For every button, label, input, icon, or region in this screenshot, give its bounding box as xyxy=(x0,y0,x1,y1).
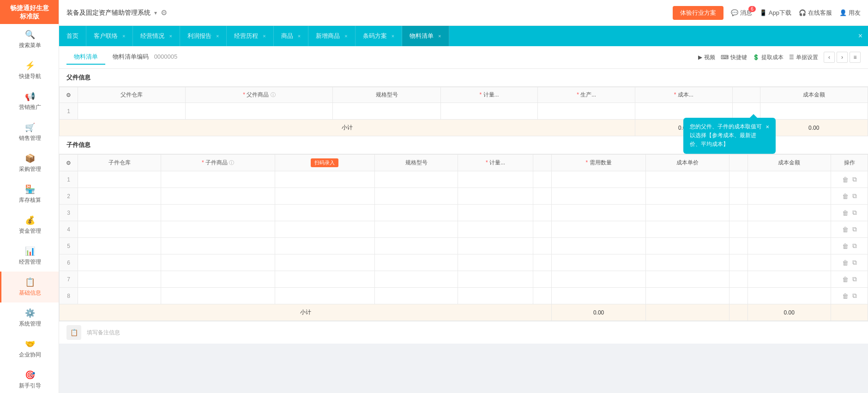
sidebar-item-sales[interactable]: 🛒 销售管理 xyxy=(0,117,59,148)
tab-barcode[interactable]: 条码方案 × xyxy=(356,26,402,46)
copy-icon-6[interactable]: ⧉ xyxy=(852,275,857,283)
delete-icon-2[interactable]: 🗑 xyxy=(842,209,849,217)
child-spec-cell-0[interactable] xyxy=(374,171,458,188)
parent-spec-cell[interactable] xyxy=(333,103,440,120)
scan-button[interactable]: 扫码录入 xyxy=(311,158,338,167)
copy-icon-2[interactable]: ⧉ xyxy=(852,209,857,217)
child-unit-cost-cell-0[interactable] xyxy=(646,171,729,188)
parent-cost-amount-cell[interactable] xyxy=(760,103,868,120)
sidebar-item-search[interactable]: 🔍 搜索菜单 xyxy=(0,24,59,55)
tab-home[interactable]: 首页 xyxy=(59,26,86,46)
sidebar-item-operations[interactable]: 📊 经营管理 xyxy=(0,241,59,272)
child-cost-amount-cell-1[interactable] xyxy=(747,188,831,205)
tab-operations-status[interactable]: 经营情况 × xyxy=(133,26,180,46)
child-cost-amount-cell-2[interactable] xyxy=(747,205,831,221)
tab-bom[interactable]: 物料清单 × xyxy=(402,26,449,46)
child-cost-amount-cell-0[interactable] xyxy=(747,171,831,188)
sidebar-item-cooperation[interactable]: 🤝 企业协同 xyxy=(0,333,59,364)
child-unit-cost-cell-7[interactable] xyxy=(646,288,729,304)
sidebar-item-system[interactable]: ⚙️ 系统管理 xyxy=(0,302,59,333)
child-warehouse-cell-3[interactable] xyxy=(78,221,161,238)
child-quantity-cell-5[interactable] xyxy=(552,254,646,271)
child-unit-cell-6[interactable] xyxy=(458,271,533,288)
parent-goods-cell[interactable] xyxy=(186,103,333,120)
sub-nav-bom-list[interactable]: 物料清单 xyxy=(66,50,105,65)
child-unit-cost-cell-3[interactable] xyxy=(646,221,729,238)
child-quantity-cell-4[interactable] xyxy=(552,238,646,254)
delete-icon-5[interactable]: 🗑 xyxy=(842,259,849,266)
child-goods-cell-4[interactable] xyxy=(161,238,275,254)
copy-icon-7[interactable]: ⧉ xyxy=(852,292,857,300)
sub-nav-bom-code[interactable]: 物料清单编码 0000005 xyxy=(105,50,185,65)
child-cost-amount-cell-6[interactable] xyxy=(747,271,831,288)
child-spec-cell-7[interactable] xyxy=(374,288,458,304)
delete-icon-4[interactable]: 🗑 xyxy=(842,242,849,250)
delete-icon-3[interactable]: 🗑 xyxy=(842,226,849,233)
sidebar-item-purchase[interactable]: 📦 采购管理 xyxy=(0,148,59,179)
copy-icon-1[interactable]: ⧉ xyxy=(852,192,857,200)
copy-icon-0[interactable]: ⧉ xyxy=(852,175,857,183)
parent-production-cell[interactable] xyxy=(538,103,635,120)
copy-icon-5[interactable]: ⧉ xyxy=(852,259,857,266)
child-goods-cell-1[interactable] xyxy=(161,188,275,205)
next-arrow[interactable]: › xyxy=(837,52,848,63)
child-quantity-cell-3[interactable] xyxy=(552,221,646,238)
child-unit-cost-cell-4[interactable] xyxy=(646,238,729,254)
child-unit-cell-5[interactable] xyxy=(458,254,533,271)
tab-customers[interactable]: 客户联络 × xyxy=(86,26,133,46)
child-warehouse-cell-7[interactable] xyxy=(78,288,161,304)
trial-button[interactable]: 体验行业方案 xyxy=(673,6,723,20)
child-cost-amount-cell-7[interactable] xyxy=(747,288,831,304)
child-cost-amount-cell-4[interactable] xyxy=(747,238,831,254)
child-warehouse-cell-1[interactable] xyxy=(78,188,161,205)
tab-new-goods[interactable]: 新增商品 × xyxy=(308,26,355,46)
delete-icon-0[interactable]: 🗑 xyxy=(842,176,849,183)
cost-button[interactable]: 💲 提取成本 xyxy=(753,54,784,61)
child-unit-cost-cell-5[interactable] xyxy=(646,254,729,271)
video-button[interactable]: ▶ 视频 xyxy=(698,54,715,61)
chevron-down-icon[interactable]: ▾ xyxy=(154,10,157,16)
child-goods-cell-7[interactable] xyxy=(161,288,275,304)
parent-unit-cell[interactable] xyxy=(440,103,538,120)
prev-arrow[interactable]: ‹ xyxy=(824,52,835,63)
settings-gear-icon[interactable]: ⚙ xyxy=(161,8,167,17)
child-unit-cell-4[interactable] xyxy=(458,238,533,254)
tab-goods[interactable]: 商品 × xyxy=(274,26,308,46)
child-warehouse-cell-4[interactable] xyxy=(78,238,161,254)
sidebar-item-basic-info[interactable]: 📋 基础信息 xyxy=(0,272,59,302)
tab-close-operations-status[interactable]: × xyxy=(169,33,172,39)
tab-ops-history[interactable]: 经营历程 × xyxy=(227,26,273,46)
menu-arrow[interactable]: ≡ xyxy=(850,52,861,63)
child-unit-cell-1[interactable] xyxy=(458,188,533,205)
child-unit-cost-cell-6[interactable] xyxy=(646,271,729,288)
parent-warehouse-cell[interactable] xyxy=(78,103,186,120)
child-goods-cell-6[interactable] xyxy=(161,271,275,288)
child-warehouse-cell-2[interactable] xyxy=(78,205,161,221)
child-goods-cell-3[interactable] xyxy=(161,221,275,238)
child-spec-cell-4[interactable] xyxy=(374,238,458,254)
child-spec-cell-5[interactable] xyxy=(374,254,458,271)
sidebar-item-quick-nav[interactable]: ⚡ 快捷导航 xyxy=(0,55,59,86)
child-quantity-cell-1[interactable] xyxy=(552,188,646,205)
copy-icon-3[interactable]: ⧉ xyxy=(852,225,857,233)
child-quantity-cell-7[interactable] xyxy=(552,288,646,304)
child-spec-cell-1[interactable] xyxy=(374,188,458,205)
child-unit-cost-cell-2[interactable] xyxy=(646,205,729,221)
child-cost-amount-cell-5[interactable] xyxy=(747,254,831,271)
sidebar-item-marketing[interactable]: 📢 营销推广 xyxy=(0,86,59,117)
sidebar-item-inventory[interactable]: 🏪 库存核算 xyxy=(0,179,59,210)
tab-close-ops-history[interactable]: × xyxy=(263,33,265,39)
child-unit-cost-cell-1[interactable] xyxy=(646,188,729,205)
child-quantity-cell-6[interactable] xyxy=(552,271,646,288)
tab-close-profit-report[interactable]: × xyxy=(216,33,219,39)
message-button[interactable]: 💬 消息 6 xyxy=(731,9,752,17)
sidebar-item-guide[interactable]: 🎯 新手引导 xyxy=(0,364,59,393)
child-goods-cell-5[interactable] xyxy=(161,254,275,271)
child-goods-cell-0[interactable] xyxy=(161,171,275,188)
tab-close-customers[interactable]: × xyxy=(122,33,125,39)
tooltip-close-button[interactable]: × xyxy=(766,122,769,132)
tab-close-barcode[interactable]: × xyxy=(392,33,394,39)
notes-icon[interactable]: 📋 xyxy=(66,325,81,340)
child-cost-amount-cell-3[interactable] xyxy=(747,221,831,238)
child-unit-cell-0[interactable] xyxy=(458,171,533,188)
